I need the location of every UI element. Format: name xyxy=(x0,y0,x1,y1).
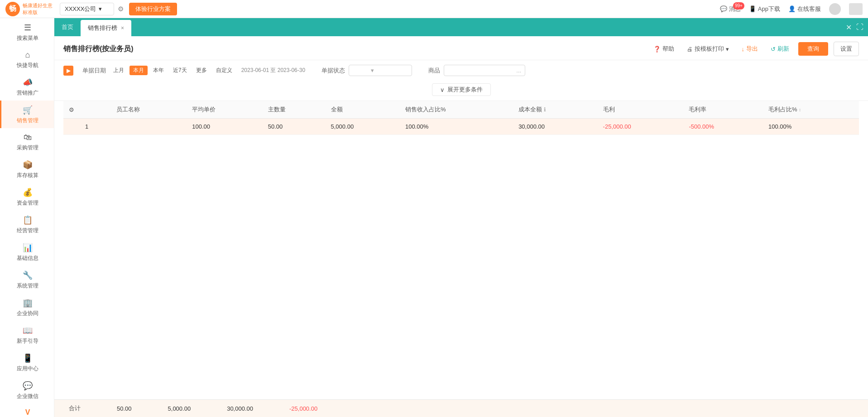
finance-icon: 💰 xyxy=(23,187,33,197)
guide-icon: 📖 xyxy=(23,326,33,336)
sidebar-item-label: 基础信息 xyxy=(17,254,38,262)
print-btn[interactable]: 🖨 按模板打印 ▾ xyxy=(683,43,733,55)
sidebar-item-enterprise[interactable]: 🏢 企业协同 xyxy=(0,293,54,321)
print-chevron-icon: ▾ xyxy=(726,46,729,53)
status-select-arrow: ▾ xyxy=(371,67,374,74)
sidebar-item-guide[interactable]: 📖 新手引导 xyxy=(0,321,54,349)
export-btn[interactable]: ↓ 导出 xyxy=(738,43,762,55)
col-gross: 毛利 xyxy=(598,101,684,119)
company-settings-icon[interactable]: ⚙ xyxy=(118,5,124,13)
col-employee-name: 员工名称 xyxy=(111,101,187,119)
status-select[interactable]: ▾ xyxy=(349,65,412,76)
expand-more-btn[interactable]: ∨ 展开更多条件 xyxy=(432,83,491,96)
page-actions: ❓ 帮助 🖨 按模板打印 ▾ ↓ 导出 ↺ 刷新 xyxy=(650,42,859,56)
message-badge: 99+ xyxy=(733,2,744,10)
date-filter: 单据日期 上月 本月 本年 近7天 更多 自定义 2023-06-01 至 20… xyxy=(82,66,305,75)
page-title: 销售排行榜(按业务员) xyxy=(63,44,134,54)
date-custom[interactable]: 自定义 xyxy=(212,66,236,75)
user-name-display xyxy=(849,3,863,15)
gross-ratio-sort-icon[interactable]: ↕ xyxy=(799,107,801,112)
sidebar-item-app-center[interactable]: 📱 应用中心 xyxy=(0,349,54,376)
cell-settings xyxy=(63,119,80,135)
sidebar-item-purchase[interactable]: 🛍 采购管理 xyxy=(0,128,54,155)
sidebar-item-basic-info[interactable]: 📊 基础信息 xyxy=(0,238,54,266)
col-gross-rate: 毛利率 xyxy=(683,101,763,119)
date-more[interactable]: 更多 xyxy=(192,66,211,75)
tab-home[interactable]: 首页 xyxy=(54,18,81,36)
tab-sales-ranking[interactable]: 销售排行榜 × xyxy=(81,20,131,36)
table-container: ⚙ 员工名称 平均单价 主数量 xyxy=(54,101,868,399)
sidebar-item-search[interactable]: ☰ 搜索菜单 xyxy=(0,18,54,46)
status-filter: 单据状态 ▾ xyxy=(321,65,412,76)
company-name: XXXXX公司 xyxy=(65,5,96,13)
sidebar-item-label: 采购管理 xyxy=(17,144,38,152)
trial-button[interactable]: 体验行业方案 xyxy=(129,3,177,15)
sidebar-item-wechat[interactable]: 💬 企业微信 xyxy=(0,376,54,404)
member-icon: V xyxy=(25,408,30,417)
sidebar-item-inventory[interactable]: 📦 库存核算 xyxy=(0,155,54,183)
goods-input[interactable]: ... xyxy=(444,65,525,76)
sidebar-item-marketing[interactable]: 📣 营销推广 xyxy=(0,73,54,101)
purchase-icon: 🛍 xyxy=(24,133,32,142)
settings-button[interactable]: 设置 xyxy=(834,42,859,56)
wechat-icon: 💬 xyxy=(23,381,33,391)
sidebar-item-system[interactable]: 🔧 系统管理 xyxy=(0,266,54,293)
sidebar-item-operations[interactable]: 📋 经营管理 xyxy=(0,211,54,238)
column-settings-icon: ⚙ xyxy=(69,106,74,113)
sidebar-item-finance[interactable]: 💰 资金管理 xyxy=(0,183,54,211)
tab-bar-right: ✕ ⛶ xyxy=(846,23,868,32)
col-gross-ratio: 毛利占比% ↕ xyxy=(763,101,859,119)
marketing-icon: 📣 xyxy=(23,77,33,87)
sidebar-item-label: 企业协同 xyxy=(17,310,38,317)
cell-amount: 5,000.00 xyxy=(326,119,400,135)
cell-cost: 30,000.00 xyxy=(513,119,597,135)
table-footer: 合计 50.00 5,000.00 30,000.00 -25,000.00 xyxy=(54,399,868,417)
expand-down-icon: ∨ xyxy=(440,86,445,93)
col-amount: 全额 xyxy=(326,101,400,119)
filter-row: ▶ 单据日期 上月 本月 本年 近7天 更多 自定义 xyxy=(63,65,859,76)
app-download-btn[interactable]: 📱 App下载 xyxy=(749,5,780,13)
expand-more-label: 展开更多条件 xyxy=(447,86,483,94)
date-current-year[interactable]: 本年 xyxy=(149,66,168,75)
sidebar-item-label: 库存核算 xyxy=(17,172,38,179)
date-prev-month[interactable]: 上月 xyxy=(110,66,128,75)
system-icon: 🔧 xyxy=(23,270,33,280)
topbar: 畅 畅康通好生意 标准版 XXXXX公司 ▾ ⚙ 体验行业方案 💬 消息 99+… xyxy=(0,0,868,18)
help-btn[interactable]: ❓ 帮助 xyxy=(650,43,678,55)
tab-close-icon[interactable]: × xyxy=(121,25,124,31)
sidebar-item-member[interactable]: V 畅会员 xyxy=(0,404,54,417)
cell-avg-price: 100.00 xyxy=(187,119,262,135)
tab-close-all-icon[interactable]: ✕ xyxy=(846,23,852,32)
online-service-btn[interactable]: 👤 在线客服 xyxy=(788,5,821,13)
tab-home-label: 首页 xyxy=(62,23,73,31)
date-filter-label: 单据日期 xyxy=(82,67,106,75)
col-settings[interactable]: ⚙ xyxy=(63,101,80,119)
filter-expand-arrow[interactable]: ▶ xyxy=(63,66,73,76)
message-btn[interactable]: 💬 消息 99+ xyxy=(720,5,741,13)
date-last-7days[interactable]: 近7天 xyxy=(169,66,191,75)
cell-sales-ratio: 100.00% xyxy=(400,119,513,135)
sidebar-item-quick-nav[interactable]: ⌂ 快捷导航 xyxy=(0,46,54,73)
logo-icon: 畅 xyxy=(5,2,20,16)
cell-quantity: 50.00 xyxy=(263,119,326,135)
query-button[interactable]: 查询 xyxy=(798,42,828,56)
data-table: ⚙ 员工名称 平均单价 主数量 xyxy=(63,101,859,135)
cell-gross-rate: -500.00% xyxy=(683,119,763,135)
sidebar-item-label: 应用中心 xyxy=(17,365,38,373)
export-icon: ↓ xyxy=(742,46,745,53)
sidebar-item-label: 资金管理 xyxy=(17,199,38,207)
sidebar-item-sales[interactable]: 🛒 销售管理 xyxy=(0,101,54,128)
date-shortcuts: 上月 本月 本年 近7天 更多 自定义 xyxy=(110,66,236,75)
sidebar-item-label: 系统管理 xyxy=(17,282,38,290)
col-quantity: 主数量 xyxy=(263,101,326,119)
cost-info-icon[interactable]: ℹ xyxy=(544,106,546,113)
date-current-month[interactable]: 本月 xyxy=(129,66,148,75)
refresh-btn[interactable]: ↺ 刷新 xyxy=(767,43,793,55)
footer-cost: 30,000.00 xyxy=(227,405,253,412)
filter-bar: ▶ 单据日期 上月 本月 本年 近7天 更多 自定义 xyxy=(54,60,868,101)
goods-filter-label: 商品 xyxy=(428,67,440,75)
company-selector[interactable]: XXXXX公司 ▾ xyxy=(60,3,114,15)
tab-sales-label: 销售排行榜 xyxy=(88,24,117,32)
avatar[interactable] xyxy=(829,3,841,15)
tab-expand-icon[interactable]: ⛶ xyxy=(856,23,863,31)
